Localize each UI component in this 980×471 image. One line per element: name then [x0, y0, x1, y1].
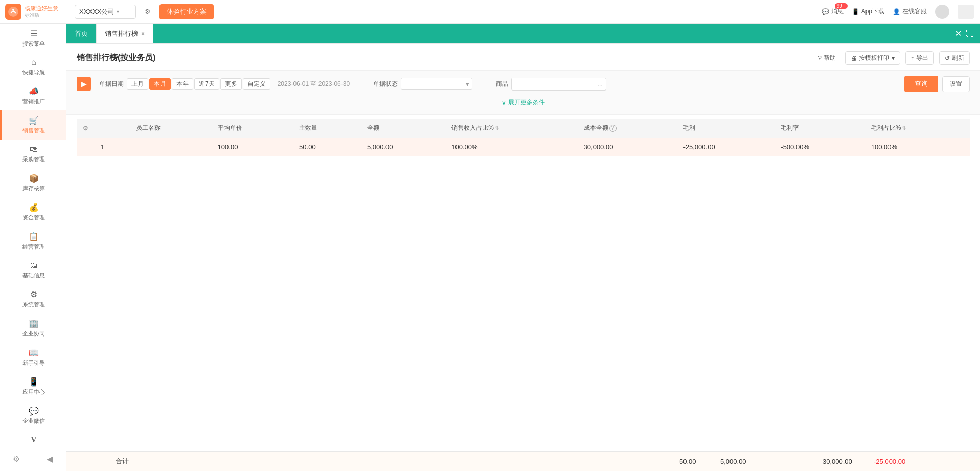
filter-toggle-button[interactable]: ▶ — [77, 77, 91, 91]
status-select[interactable] — [401, 78, 472, 90]
row-cost-cell: 30,000.00 — [578, 138, 677, 156]
sidebar-item-purchase-mgmt[interactable]: 🛍 采购管理 — [0, 140, 66, 168]
table-header-gross-pct[interactable]: 毛利占比%⇅ — [865, 119, 970, 138]
sidebar-item-vip[interactable]: V 畅会员 — [0, 430, 66, 446]
sidebar-item-quick-nav[interactable]: ⌂ 快捷导航 — [0, 53, 66, 81]
sidebar-item-app-center[interactable]: 📱 应用中心 — [0, 372, 66, 401]
goods-search-input[interactable] — [512, 78, 594, 89]
status-select-wrapper — [401, 78, 472, 90]
sidebar-item-basic-info[interactable]: 🗂 基础信息 — [0, 256, 66, 284]
query-button[interactable]: 查询 — [904, 76, 938, 92]
tab-home-label: 首页 — [75, 29, 88, 38]
table-header-gross-rate: 毛利率 — [774, 119, 864, 138]
footer-avg-price — [632, 457, 673, 466]
date-more-btn[interactable]: 更多 — [220, 78, 242, 90]
table-row: 1 100.00 50.00 5,000.00 100.00% 30,000.0… — [77, 138, 970, 156]
goods-more-button[interactable]: ... — [594, 78, 606, 90]
row-settings-cell — [77, 138, 95, 156]
footer-main-qty: 50.00 — [673, 457, 714, 466]
date-range-display: 2023-06-01 至 2023-06-30 — [278, 80, 350, 88]
row-employee-cell — [130, 138, 211, 156]
footer-gross-profit: -25,000.00 — [868, 457, 919, 466]
sidebar-item-sales-mgmt[interactable]: 🛒 销售管理 — [0, 110, 66, 140]
expand-more-conditions-button[interactable]: ∨ 展开更多条件 — [502, 98, 545, 107]
settings-button[interactable]: 设置 — [942, 76, 970, 92]
row-gross-rate-cell: -500.00% — [774, 138, 864, 156]
maximize-window-icon[interactable]: ⛶ — [966, 29, 974, 38]
print-icon: 🖨 — [851, 55, 857, 62]
footer-label: 合计 — [109, 457, 632, 466]
sales-mgmt-icon: 🛒 — [29, 116, 39, 125]
refresh-icon: ↺ — [945, 55, 950, 62]
export-icon: ↑ — [911, 55, 914, 62]
notification-button[interactable]: 💬 消息 99+ — [822, 7, 844, 16]
sidebar-item-inventory[interactable]: 📦 库存核算 — [0, 168, 66, 197]
wechat-icon: 💬 — [29, 406, 39, 416]
gear-icon: ⚙ — [145, 8, 151, 15]
sidebar-item-enterprise[interactable]: 🏢 企业协同 — [0, 313, 66, 343]
tab-home[interactable]: 首页 — [66, 24, 97, 43]
table-header-avg-price: 平均单价 — [212, 119, 293, 138]
date-current-month-btn[interactable]: 本月 — [149, 78, 171, 90]
online-support-label: 在线客服 — [902, 7, 927, 16]
quick-nav-icon: ⌂ — [31, 58, 36, 67]
close-window-icon[interactable]: ✕ — [955, 29, 962, 38]
tab-sales-label: 销售排行榜 — [105, 29, 138, 38]
support-icon: 👤 — [893, 8, 900, 15]
sidebar-item-system-mgmt[interactable]: ⚙ 系统管理 — [0, 284, 66, 313]
footer-sales-pct — [765, 457, 816, 466]
tab-window-controls: ✕ ⛶ — [955, 29, 980, 38]
basic-info-icon: 🗂 — [30, 261, 38, 270]
date-custom-btn[interactable]: 自定义 — [243, 78, 270, 90]
date-prev-month-btn[interactable]: 上月 — [127, 78, 148, 90]
refresh-button[interactable]: ↺ 刷新 — [939, 51, 970, 65]
table-header-settings[interactable]: ⚙ — [77, 119, 95, 138]
table-header-cost: 成本全额? — [578, 119, 677, 138]
export-button[interactable]: ↑ 导出 — [905, 51, 934, 65]
user-avatar[interactable] — [935, 5, 949, 19]
vip-icon: V — [31, 435, 37, 444]
date-range-buttons: 上月 本月 本年 近7天 更多 自定义 — [127, 78, 270, 90]
app-logo-icon — [5, 4, 21, 20]
app-logo-text-line1: 畅康通好生意 — [25, 5, 58, 12]
user-menu[interactable] — [958, 5, 974, 19]
trial-button[interactable]: 体验行业方案 — [159, 4, 214, 19]
row-gross-pct-cell: 100.00% — [865, 138, 970, 156]
sidebar-collapse-button[interactable]: ◀ — [41, 451, 58, 467]
purchase-icon: 🛍 — [30, 145, 38, 154]
sales-ranking-table: ⚙ 员工名称 平均单价 主数量 全额 销售收入占比%⇅ — [77, 119, 970, 156]
online-support-button[interactable]: 👤 在线客服 — [893, 7, 927, 16]
table-header-main-qty: 主数量 — [293, 119, 361, 138]
row-amount-cell: 5,000.00 — [361, 138, 445, 156]
app-logo-text-line2: 标准版 — [25, 12, 58, 18]
template-print-button[interactable]: 🖨 按模板打印 ▾ — [845, 51, 900, 65]
chevron-down-icon: ∨ — [502, 99, 506, 106]
sidebar-item-wechat[interactable]: 💬 企业微信 — [0, 401, 66, 430]
date-7days-btn[interactable]: 近7天 — [194, 78, 219, 90]
topbar-settings-button[interactable]: ⚙ — [140, 4, 155, 19]
inventory-icon: 📦 — [29, 173, 39, 183]
sidebar-item-finance[interactable]: 💰 资金管理 — [0, 197, 66, 227]
sales-pct-sort-icon: ⇅ — [495, 125, 499, 131]
tab-close-icon[interactable]: × — [141, 30, 145, 37]
cost-info-icon[interactable]: ? — [609, 125, 617, 132]
company-selector[interactable]: XXXXX公司 ▾ — [75, 5, 136, 19]
sidebar-item-operations[interactable]: 📋 经营管理 — [0, 227, 66, 256]
help-button[interactable]: ? 帮助 — [814, 52, 840, 64]
app-center-icon: 📱 — [29, 377, 39, 387]
tab-sales-ranking[interactable]: 销售排行榜 × — [97, 24, 153, 43]
goods-filter-label: 商品 — [496, 80, 508, 88]
collapse-icon: ◀ — [47, 454, 53, 464]
app-download-button[interactable]: 📱 App下载 — [852, 7, 884, 16]
chevron-down-icon: ▾ — [117, 9, 119, 14]
table-header-sales-pct[interactable]: 销售收入占比%⇅ — [445, 119, 577, 138]
sidebar-settings-button[interactable]: ⚙ — [8, 451, 25, 467]
row-sales-pct-cell: 100.00% — [445, 138, 577, 156]
date-current-year-btn[interactable]: 本年 — [172, 78, 193, 90]
sidebar-item-beginner[interactable]: 📖 新手引导 — [0, 343, 66, 372]
sidebar-item-search-orders[interactable]: ☰ 搜索菜单 — [0, 24, 66, 53]
sidebar-item-marketing[interactable]: 📣 营销推广 — [0, 81, 66, 110]
marketing-icon: 📣 — [29, 86, 39, 96]
table-settings-icon[interactable]: ⚙ — [83, 125, 88, 132]
beginner-icon: 📖 — [29, 348, 39, 357]
